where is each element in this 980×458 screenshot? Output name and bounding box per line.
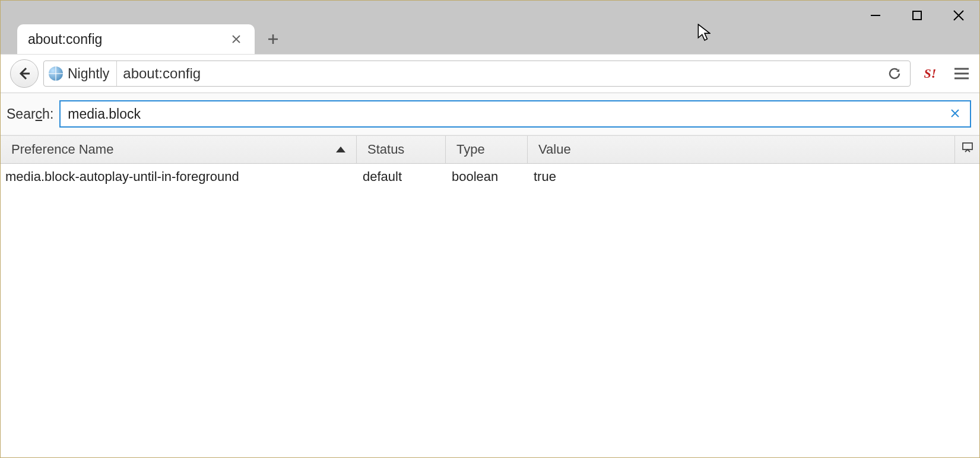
svg-rect-5	[963, 143, 972, 150]
tab-title: about:config	[28, 31, 229, 47]
sort-ascending-icon	[336, 147, 345, 152]
extension-icon[interactable]: S!	[921, 65, 939, 82]
close-window-button[interactable]	[938, 1, 979, 30]
reload-button[interactable]	[884, 66, 905, 81]
clear-search-icon[interactable]	[947, 106, 963, 122]
about-config-content: Search: Preference Name Status Type Valu…	[1, 93, 979, 457]
column-header-name[interactable]: Preference Name	[1, 136, 357, 163]
tab-about-config[interactable]: about:config	[17, 24, 255, 54]
column-header-name-label: Preference Name	[11, 142, 113, 157]
close-tab-icon[interactable]	[229, 30, 244, 49]
new-tab-button[interactable]	[258, 24, 288, 54]
column-header-type[interactable]: Type	[446, 136, 528, 163]
table-row[interactable]: media.block-autoplay-until-in-foreground…	[1, 164, 979, 190]
maximize-button[interactable]	[896, 1, 938, 30]
column-picker-button[interactable]	[954, 136, 979, 163]
column-header-value-label: Value	[538, 142, 571, 157]
search-box	[59, 100, 971, 128]
cell-status: default	[357, 169, 446, 185]
url-bar[interactable]: Nightly	[43, 61, 911, 87]
column-header-type-label: Type	[456, 142, 485, 157]
cell-name: media.block-autoplay-until-in-foreground	[1, 169, 357, 185]
identity-label: Nightly	[68, 66, 109, 82]
preference-rows: media.block-autoplay-until-in-foreground…	[1, 164, 979, 457]
column-header-status-label: Status	[367, 142, 404, 157]
site-identity[interactable]: Nightly	[49, 61, 117, 86]
search-label: Search:	[7, 106, 53, 122]
minimize-button[interactable]	[855, 1, 896, 30]
back-button[interactable]	[10, 59, 39, 88]
tab-strip: about:config	[1, 1, 979, 54]
globe-icon	[49, 66, 63, 81]
menu-button[interactable]	[950, 62, 973, 85]
browser-window: about:config Nightl	[0, 0, 980, 458]
column-picker-icon	[962, 142, 973, 157]
column-header-value[interactable]: Value	[528, 136, 954, 163]
svg-rect-1	[913, 11, 921, 20]
navigation-toolbar: Nightly S!	[1, 54, 979, 93]
cell-type: boolean	[446, 169, 528, 185]
search-row: Search:	[1, 93, 979, 135]
search-input[interactable]	[68, 106, 947, 122]
cell-value: true	[528, 169, 979, 185]
window-controls	[855, 1, 979, 30]
url-input[interactable]	[123, 65, 878, 82]
table-header: Preference Name Status Type Value	[1, 135, 979, 164]
column-header-status[interactable]: Status	[357, 136, 446, 163]
